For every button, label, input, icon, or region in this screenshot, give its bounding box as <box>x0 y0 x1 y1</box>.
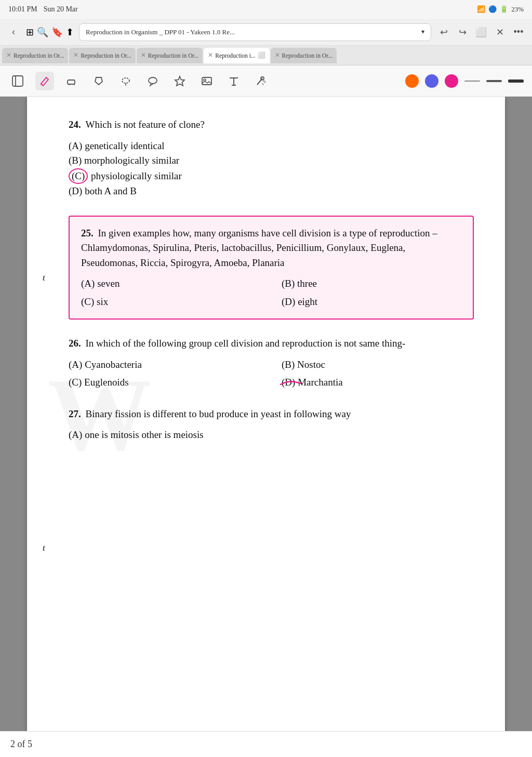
page-indicator: 2 of 5 <box>10 739 32 750</box>
svg-rect-6 <box>202 77 211 85</box>
tab-5[interactable]: ✕ Reproduction in Or... <box>271 48 337 63</box>
pencil-tool[interactable] <box>35 72 54 90</box>
speech-tool[interactable] <box>143 72 162 90</box>
tab-icon-4: ⬜ <box>258 51 265 59</box>
q26-option-a: (A) Cyanobacteria <box>69 357 261 373</box>
text-tool[interactable] <box>224 72 243 90</box>
dash-thick[interactable] <box>508 79 524 83</box>
q25-body: 25. In given examples how, many organism… <box>81 226 461 271</box>
tab-label-4: Reproduction i... <box>215 52 255 59</box>
sidebar-toggle-tool[interactable] <box>8 72 27 90</box>
address-bar[interactable]: Reproduction in Organism _ DPP 01 - Yake… <box>79 23 431 41</box>
q27-options: (A) one is mitosis other is meiosis <box>69 428 474 443</box>
status-right: 📶 🔵 🔋 23% <box>477 5 524 14</box>
question-27: 27. Binary fission is different to bud p… <box>69 407 474 443</box>
tab-2[interactable]: ✕ Reproduction in Or... <box>69 48 135 63</box>
redo-button[interactable]: ↪ <box>455 25 470 39</box>
star-tool[interactable] <box>170 72 189 90</box>
close-button[interactable]: ✕ <box>493 25 507 39</box>
q25-options: (A) seven (B) three (C) six (D) eight <box>81 276 461 309</box>
search-icon[interactable]: 🔍 <box>37 26 48 38</box>
tab-label-2: Reproduction in Or... <box>81 52 131 59</box>
side-marker-1: t <box>43 273 45 283</box>
color-orange[interactable] <box>405 74 419 88</box>
q24-option-a: (A) genetically identical <box>69 139 474 154</box>
bottom-bar: 2 of 5 <box>0 731 532 757</box>
annotation-toolbar <box>0 65 532 97</box>
q27-body: 27. Binary fission is different to bud p… <box>69 407 474 422</box>
question-26: 26. In which of the following group cell… <box>69 336 474 390</box>
pdf-page: W t t 24. Which is not feature of clone?… <box>27 97 505 731</box>
q25-option-a: (A) seven <box>81 276 261 291</box>
svg-rect-2 <box>68 80 75 84</box>
back-button[interactable]: ‹ <box>6 25 21 39</box>
browser-toolbar: ‹ ⊞ 🔍 🔖 ⬆ Reproduction in Organism _ DPP… <box>0 19 532 46</box>
q24-number: 24. <box>69 119 84 130</box>
tab-close-4[interactable]: ✕ <box>208 51 213 59</box>
q24-text: Which is not feature of clone? <box>86 119 205 130</box>
dropdown-icon[interactable]: ▾ <box>421 28 424 36</box>
tabs-bar: ✕ Reproduction in Or... ✕ Reproduction i… <box>0 46 532 65</box>
q26-option-d: (D) Marchantia <box>282 375 474 390</box>
q24-c-circle: (C) <box>69 168 88 184</box>
q26-option-b: (B) Nostoc <box>282 357 474 373</box>
q24-options: (A) genetically identical (B) morphologi… <box>69 139 474 199</box>
tab-close-2[interactable]: ✕ <box>73 51 78 59</box>
battery-percent: 23% <box>511 5 524 14</box>
q26-option-c: (C) Euglenoids <box>69 375 261 390</box>
q26-options: (A) Cyanobacteria (B) Nostoc (C) Eugleno… <box>69 357 474 390</box>
svg-rect-0 <box>12 76 23 86</box>
address-text: Reproduction in Organism _ DPP 01 - Yake… <box>86 28 417 36</box>
q24-body: 24. Which is not feature of clone? <box>69 117 474 132</box>
q26-body: 26. In which of the following group cell… <box>69 336 474 351</box>
undo-button[interactable]: ↩ <box>436 25 451 39</box>
content-wrapper: 24. Which is not feature of clone? (A) g… <box>69 117 474 443</box>
side-marker-2: t <box>43 543 45 553</box>
dash-thin[interactable] <box>464 81 480 82</box>
wifi-icon: 📶 <box>477 5 485 14</box>
svg-point-3 <box>122 78 129 83</box>
highlight-tool[interactable] <box>89 72 108 90</box>
image-tool[interactable] <box>197 72 216 90</box>
dash-medium[interactable] <box>486 80 502 82</box>
date: Sun 20 Mar <box>44 5 78 14</box>
tab-1[interactable]: ✕ Reproduction in Or... <box>2 48 68 63</box>
q26-number: 26. <box>69 338 84 349</box>
grid-icon[interactable]: ⊞ <box>26 26 34 38</box>
share-icon[interactable]: ⬆ <box>66 26 74 38</box>
bookmark-icon[interactable]: 🔖 <box>51 26 63 38</box>
q24-option-d: (D) both A and B <box>69 184 474 199</box>
time: 10:01 PM <box>8 5 37 14</box>
toolbar-actions: ↩ ↪ ⬜ ✕ ••• <box>436 25 526 39</box>
tab-close-3[interactable]: ✕ <box>141 51 146 59</box>
q24-option-b: (B) morphologically similar <box>69 153 474 168</box>
q27-number: 27. <box>69 408 84 419</box>
question-25-highlighted: 25. In given examples how, many organism… <box>69 216 474 320</box>
lasso-tool[interactable] <box>116 72 135 90</box>
q25-number: 25. <box>81 228 96 238</box>
color-pink[interactable] <box>445 74 458 88</box>
add-tab-button[interactable]: ⬜ <box>474 25 488 39</box>
svg-point-5 <box>149 77 157 84</box>
q27-text: Binary fission is different to bud produ… <box>86 408 351 419</box>
tab-3[interactable]: ✕ Reproduction in Or... <box>137 48 203 63</box>
tab-4[interactable]: ✕ Reproduction i... ⬜ <box>204 48 269 63</box>
color-blue[interactable] <box>425 74 438 88</box>
q24-option-c: (C) physiologically similar <box>69 168 474 184</box>
pdf-viewer: W t t 24. Which is not feature of clone?… <box>0 97 532 731</box>
wand-tool[interactable] <box>251 72 270 90</box>
eraser-tool[interactable] <box>62 72 81 90</box>
q27-option-a: (A) one is mitosis other is meiosis <box>69 428 474 443</box>
bluetooth-icon: 🔵 <box>488 5 497 14</box>
status-left: 10:01 PM Sun 20 Mar <box>8 5 78 14</box>
tab-close-5[interactable]: ✕ <box>275 51 280 59</box>
q25-option-b: (B) three <box>282 276 461 291</box>
question-24: 24. Which is not feature of clone? (A) g… <box>69 117 474 199</box>
q25-option-c: (C) six <box>81 295 261 310</box>
battery-icon: 🔋 <box>500 5 508 14</box>
more-button[interactable]: ••• <box>511 25 526 39</box>
q26-text: In which of the following group cell div… <box>86 338 406 349</box>
status-bar: 10:01 PM Sun 20 Mar 📶 🔵 🔋 23% <box>0 0 532 19</box>
tab-label-1: Reproduction in Or... <box>14 52 64 59</box>
tab-close-1[interactable]: ✕ <box>6 51 11 59</box>
